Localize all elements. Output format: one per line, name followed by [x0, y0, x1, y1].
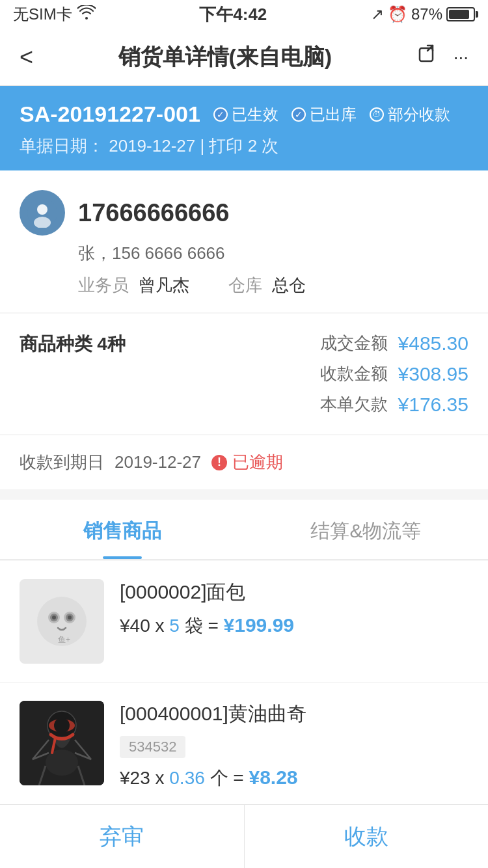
nav-bar: < 销货单详情(来自电脑) ··· — [0, 29, 488, 86]
check-icon-2: ✓ — [291, 107, 306, 122]
share-icon[interactable] — [417, 43, 441, 71]
status-badge-3: ⏱ 部分收款 — [370, 104, 450, 125]
overdue-badge: ! 已逾期 — [211, 451, 283, 474]
product-thumb-2 — [20, 701, 104, 785]
avatar — [20, 190, 65, 236]
svg-point-9 — [52, 616, 56, 619]
overdue-text: 已逾期 — [232, 451, 283, 474]
customer-row: 17666666666 — [20, 190, 468, 236]
list-item: 鱼+ [0000002]面包 ¥40 x 5 袋 = ¥199.99 — [0, 561, 488, 683]
status-badge-1: ✓ 已生效 — [213, 104, 278, 125]
order-date-row: 单据日期： 2019-12-27 | 打印 2 次 — [20, 135, 468, 157]
svg-text:鱼+: 鱼+ — [58, 635, 70, 644]
product-tag-2: 534532 — [120, 736, 185, 758]
product-info-2: [000400001]黄油曲奇 534532 ¥23 x 0.36 个 = ¥8… — [120, 701, 468, 791]
tab-settlement[interactable]: 结算&物流等 — [244, 500, 488, 559]
amount-summary: 成交金额 ¥485.30 收款金额 ¥308.95 本单欠款 ¥176.35 — [320, 332, 468, 416]
due-date-label: 收款到期日 — [20, 451, 104, 474]
product-type-summary: 商品种类 4种 — [20, 332, 126, 357]
sales-meta: 业务员 曾凡杰 — [78, 274, 189, 297]
wifi-icon — [77, 5, 96, 23]
overdue-icon: ! — [211, 455, 227, 470]
more-icon[interactable]: ··· — [454, 47, 468, 68]
svg-point-2 — [37, 204, 47, 215]
svg-point-10 — [68, 616, 72, 619]
product-name-2: [000400001]黄油曲奇 — [120, 701, 468, 727]
customer-meta: 业务员 曾凡杰 仓库 总仓 — [78, 274, 468, 297]
location-icon: ↗ — [371, 5, 384, 23]
check-icon-1: ✓ — [213, 107, 228, 122]
status-left: 无SIM卡 — [13, 4, 96, 25]
due-date-value: 2019-12-27 — [115, 452, 201, 472]
header-banner: SA-20191227-001 ✓ 已生效 ✓ 已出库 ⏱ 部分收款 单据日期：… — [0, 86, 488, 170]
order-id: SA-20191227-001 — [20, 102, 200, 127]
summary-section: 商品种类 4种 成交金额 ¥485.30 收款金额 ¥308.95 本单欠款 ¥… — [0, 314, 488, 434]
cancel-review-button[interactable]: 弃审 — [0, 805, 245, 868]
battery-icon — [446, 7, 475, 21]
status-right: ↗ ⏰ 87% — [371, 5, 475, 23]
status-bar: 无SIM卡 下午4:42 ↗ ⏰ 87% — [0, 0, 488, 29]
tabs-section: 销售商品 结算&物流等 — [0, 500, 488, 560]
status-badge-2: ✓ 已出库 — [291, 104, 357, 125]
product-price-1: ¥40 x 5 袋 = ¥199.99 — [120, 614, 468, 638]
deal-amount-row: 成交金额 ¥485.30 — [320, 332, 468, 355]
received-amount-row: 收款金额 ¥308.95 — [320, 362, 468, 385]
tab-sales-products[interactable]: 销售商品 — [0, 500, 244, 559]
svg-point-15 — [54, 718, 70, 733]
status-time: 下午4:42 — [199, 3, 267, 26]
bottom-bar: 弃审 收款 — [0, 804, 488, 868]
back-button[interactable]: < — [20, 44, 33, 71]
product-name-1: [0000002]面包 — [120, 579, 468, 606]
due-amount-row: 本单欠款 ¥176.35 — [320, 393, 468, 416]
customer-detail: 张，156 6666 6666 — [78, 242, 468, 265]
warehouse-meta: 仓库 总仓 — [228, 274, 306, 297]
customer-name: 17666666666 — [78, 199, 229, 227]
svg-rect-0 — [420, 48, 433, 61]
page-title: 销货单详情(来自电脑) — [118, 42, 332, 72]
carrier-text: 无SIM卡 — [13, 4, 72, 25]
due-amount: ¥176.35 — [398, 394, 468, 416]
due-date-section: 收款到期日 2019-12-27 ! 已逾期 — [0, 435, 488, 489]
product-thumb-1: 鱼+ — [20, 579, 104, 664]
products-section: 鱼+ [0000002]面包 ¥40 x 5 袋 = ¥199.99 — [0, 561, 488, 809]
received-amount: ¥308.95 — [398, 363, 468, 385]
battery-text: 87% — [411, 5, 442, 23]
nav-actions: ··· — [417, 43, 468, 71]
alarm-icon: ⏰ — [388, 5, 407, 23]
clock-icon: ⏱ — [370, 107, 384, 122]
customer-section: 17666666666 张，156 6666 6666 业务员 曾凡杰 仓库 总… — [0, 170, 488, 312]
deal-amount: ¥485.30 — [398, 332, 468, 355]
list-item: [000400001]黄油曲奇 534532 ¥23 x 0.36 个 = ¥8… — [0, 683, 488, 809]
collect-payment-button[interactable]: 收款 — [245, 805, 489, 868]
product-info-1: [0000002]面包 ¥40 x 5 袋 = ¥199.99 — [120, 579, 468, 638]
svg-point-16 — [46, 750, 78, 776]
product-price-2: ¥23 x 0.36 个 = ¥8.28 — [120, 766, 468, 791]
